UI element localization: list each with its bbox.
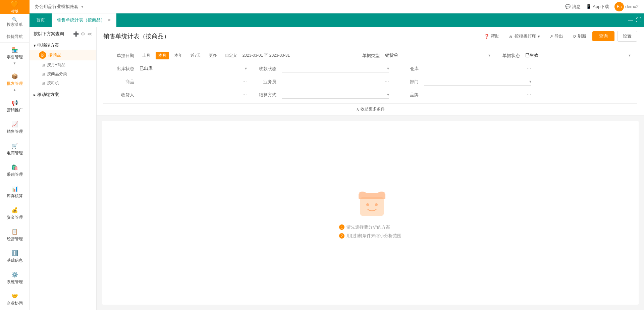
goods-filter[interactable]: ··· [140, 77, 247, 86]
date-tab-7days[interactable]: 近7天 [188, 52, 204, 59]
date-tab-custom[interactable]: 自定义 [222, 52, 240, 59]
query-btn[interactable]: 查询 [592, 31, 614, 41]
inventory-label: 库存核算 [7, 193, 23, 199]
desktop-group-title[interactable]: ▾ 电脑端方案 [30, 41, 96, 50]
settings-scheme-icon[interactable]: ⚙ [81, 31, 85, 37]
date-filter: 上月 本月 本年 近7天 更多 自定义 2023-03-01 至 2023-03… [140, 52, 290, 59]
sidebar-item-inventory[interactable]: 📊 库存核算 [0, 182, 29, 203]
payment-filter[interactable]: ▾ [282, 65, 389, 72]
date-tab-more[interactable]: 更多 [206, 52, 220, 59]
add-scheme-icon[interactable]: ➕ [73, 31, 79, 37]
warehouse-filter[interactable]: ··· [424, 64, 531, 73]
collapse-panel-icon[interactable]: ≪ [87, 31, 92, 37]
message-btn[interactable]: 💬 消息 [565, 4, 581, 10]
salesperson-filter[interactable]: ··· [282, 77, 389, 86]
refresh-icon: ↺ [573, 34, 576, 39]
help-btn[interactable]: ❓ 帮助 [481, 32, 503, 41]
warehouse-dots-icon[interactable]: ··· [527, 65, 531, 71]
filter-row-1: 单据日期 上月 本月 本年 近7天 更多 自定义 2023-03-01 至 20… [110, 51, 631, 60]
sidebar-item-operations[interactable]: 📋 经营管理 [0, 224, 29, 246]
table-icon-2: ⊞ [42, 72, 45, 76]
by-category-label: 按商品分类 [47, 71, 67, 77]
download-icon: 📱 [586, 4, 591, 9]
doc-status-filter[interactable]: 已生效 ▾ [525, 51, 631, 60]
doc-type-filter[interactable]: 销货单 ▾ [385, 51, 490, 60]
settings-btn[interactable]: 设置 [617, 31, 637, 42]
by-warehouse-label: 按司机 [47, 80, 59, 86]
app-logo[interactable]: 🧡 标版 [0, 0, 30, 14]
recipient-dots-icon[interactable]: ··· [243, 92, 247, 98]
payment-dropdown-icon: ▾ [387, 66, 389, 71]
quick-nav-btn[interactable]: 快捷导航 [0, 31, 29, 43]
tab-close-icon[interactable]: ✕ [108, 18, 111, 22]
refresh-label: 刷新 [578, 33, 586, 39]
sidebar-item-marketing[interactable]: 📢 营销推广 [0, 96, 29, 117]
salesperson-dots-icon[interactable]: ··· [385, 79, 389, 85]
app-download-btn[interactable]: 📱 App下载 [586, 4, 609, 10]
filter-section: 单据日期 上月 本月 本年 近7天 更多 自定义 2023-03-01 至 20… [103, 46, 637, 115]
brand-filter[interactable]: ··· [424, 90, 531, 99]
finance-icon: 💰 [11, 207, 18, 213]
export-label: 导出 [554, 33, 563, 39]
system-icon: ⚙️ [11, 271, 18, 278]
search-menu-btn[interactable]: 🔍 搜索菜单 [0, 14, 29, 31]
recipient-filter[interactable]: ··· [140, 90, 247, 99]
brand-dots-icon[interactable]: ··· [527, 92, 531, 98]
tab-bar-actions: — ⛶ [628, 17, 644, 23]
date-range: 2023-03-01 至 2023-03-31 [243, 53, 290, 58]
sidebar-item-wholesale[interactable]: 📦 批发管理 ▲ [0, 69, 29, 96]
filter-row-4: 收货人 ··· 结算方式 ▾ 品牌 ··· [110, 90, 631, 99]
message-label: 消息 [572, 4, 581, 10]
settlement-dropdown-icon: ▾ [387, 92, 389, 97]
tree-item-by-category[interactable]: ⊞ 按商品分类 [30, 69, 96, 79]
tree-item-by-month-goods[interactable]: ⊞ 按月+商品 [30, 60, 96, 69]
delivery-dropdown-icon: ▾ [245, 66, 247, 71]
date-tab-thisyear[interactable]: 本年 [172, 52, 185, 59]
dropdown-icon[interactable]: ▾ [81, 4, 84, 9]
user-profile-btn[interactable]: Ea demo2 [614, 2, 639, 11]
settlement-filter[interactable]: ▾ [282, 91, 389, 99]
svg-rect-0 [360, 197, 384, 216]
sidebar-item-finance[interactable]: 💰 资金管理 [0, 203, 29, 224]
ecommerce-label: 电商管理 [7, 150, 23, 156]
page-title-row: 销售单统计表（按商品） ❓ 帮助 🖨 按模板打印 ▾ ↗ [103, 31, 637, 42]
by-month-goods-label: 按月+商品 [47, 62, 65, 68]
print-btn[interactable]: 🖨 按模板打印 ▾ [505, 32, 543, 41]
collapse-btn[interactable]: ∧ 收起更多条件 [103, 103, 637, 115]
tab-sales-report[interactable]: 销售单统计表（按商品） ✕ [52, 13, 116, 27]
date-tab-lastmonth[interactable]: 上月 [140, 52, 153, 59]
dept-filter[interactable]: ▾ [424, 78, 531, 86]
left-panel-icons: ➕ ⚙ ≪ [73, 31, 92, 37]
help-icon: ❓ [484, 34, 489, 39]
sidebar-item-sales[interactable]: 📈 销售管理 [0, 117, 29, 139]
goods-dots-icon[interactable]: ··· [243, 79, 247, 85]
sidebar-item-basic[interactable]: ℹ️ 基础信息 [0, 246, 29, 267]
dept-dropdown-icon: ▾ [529, 79, 531, 84]
mobile-group-title[interactable]: ▸ 移动端方案 [30, 90, 96, 99]
maximize-icon[interactable]: ⛶ [636, 17, 641, 23]
svg-point-3 [375, 203, 378, 206]
page-content: 按以下方案查询 ➕ ⚙ ≪ ▾ 电脑端方案 按 按商品 ⊞ [30, 27, 644, 310]
collapse-label: 收起更多条件 [361, 106, 385, 112]
refresh-btn[interactable]: ↺ 刷新 [569, 32, 590, 41]
sidebar-item-enterprise[interactable]: 🤝 企业协同 [0, 289, 29, 310]
date-tab-thismonth[interactable]: 本月 [156, 52, 169, 59]
desktop-group-label: 电脑端方案 [37, 42, 59, 48]
active-indicator: 按 [39, 51, 46, 59]
sidebar-item-purchase[interactable]: 🛍️ 采购管理 [0, 160, 29, 182]
enterprise-icon: 🤝 [11, 293, 18, 299]
tree-item-by-goods[interactable]: 按 按商品 [30, 50, 96, 60]
minimize-icon[interactable]: — [628, 17, 633, 23]
export-btn[interactable]: ↗ 导出 [546, 32, 567, 41]
tree-item-by-warehouse[interactable]: ⊞ 按司机 [30, 79, 96, 88]
delivery-filter[interactable]: 已出库 ▾ [140, 64, 247, 73]
sidebar-item-ecommerce[interactable]: 🛒 电商管理 [0, 139, 29, 160]
sidebar-item-system[interactable]: ⚙️ 系统管理 [0, 267, 29, 289]
sidebar-item-retail[interactable]: 🏪 零售管理 ▼ [0, 43, 29, 69]
warehouse-label: 仓库 [394, 66, 419, 72]
sales-icon: 📈 [11, 121, 18, 127]
tab-home[interactable]: 首页 [30, 13, 52, 27]
help-label: 帮助 [491, 33, 499, 39]
empty-svg [354, 184, 394, 221]
table-icon-3: ⊞ [42, 81, 45, 86]
